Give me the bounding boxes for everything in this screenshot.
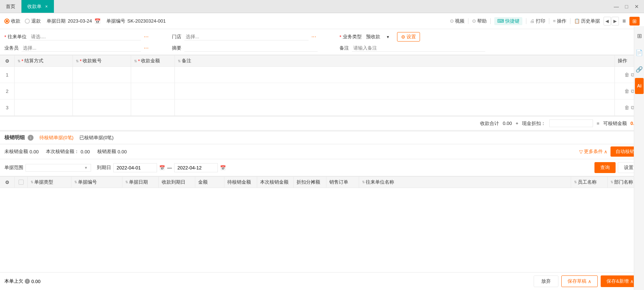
partner-more-icon[interactable]: ··· bbox=[142, 34, 150, 40]
video-action[interactable]: ⊙ 视频 bbox=[450, 18, 464, 24]
delete-icon-1[interactable]: 🗑 bbox=[624, 72, 629, 78]
staff-sort-icon: ⇅ bbox=[574, 180, 577, 184]
td-amount-3[interactable] bbox=[131, 99, 175, 115]
three-lines-icon[interactable]: ≡ bbox=[623, 18, 626, 24]
more-conditions-button[interactable]: ▽ 更多条件 ∧ bbox=[579, 148, 608, 155]
delete-icon-3[interactable]: 🗑 bbox=[624, 105, 629, 110]
remark-input[interactable] bbox=[352, 44, 485, 52]
range-dropdown[interactable]: ▼ bbox=[25, 164, 91, 172]
cal-from-icon[interactable]: 📅 bbox=[159, 165, 165, 171]
business-type-field: * 业务类型 预收款 ▼ ⚙ 设置 bbox=[339, 32, 456, 42]
note-sort-icon: ⇅ bbox=[178, 59, 181, 63]
shortcut-action[interactable]: ⌨ 快捷键 bbox=[494, 17, 522, 25]
orange-grid-icon[interactable]: ⊞ bbox=[629, 17, 640, 26]
done-tab[interactable]: 已核销单据(0笔) bbox=[79, 134, 114, 141]
sidebar-doc-icon[interactable]: 📄 bbox=[635, 44, 644, 60]
stat-right: ▽ 更多条件 ∧ 自动核销 bbox=[579, 146, 640, 157]
close-button[interactable]: ✕ bbox=[632, 2, 641, 11]
pending-tab[interactable]: 待核销单据(0笔) bbox=[39, 134, 74, 141]
delete-icon-2[interactable]: 🗑 bbox=[624, 88, 629, 94]
th-gear[interactable]: ⚙ bbox=[0, 55, 15, 66]
td-settle-2[interactable] bbox=[15, 83, 73, 99]
diff-label: 核销差额 bbox=[97, 148, 116, 155]
radio-refund[interactable]: 退款 bbox=[25, 18, 41, 24]
td-num-3: 3 bbox=[0, 99, 15, 115]
td-account-2[interactable] bbox=[73, 83, 131, 99]
tab-active[interactable]: 收款单 × bbox=[21, 0, 54, 13]
date-sort-icon: ⇅ bbox=[125, 180, 128, 184]
td-note-1[interactable] bbox=[175, 67, 615, 83]
sidebar-ai-icon[interactable]: Ai bbox=[635, 78, 644, 94]
date-to-input[interactable] bbox=[174, 163, 218, 172]
discount-label: 现金折扣： bbox=[522, 120, 546, 127]
bottom-label: 本单上欠 bbox=[4, 278, 23, 285]
eq-sign: = bbox=[597, 121, 600, 126]
td-account-1[interactable] bbox=[73, 67, 131, 83]
radio-income[interactable]: 收款 bbox=[4, 18, 20, 24]
writeoff-info-icon[interactable]: i bbox=[28, 135, 34, 141]
top-settings-button[interactable]: ⚙ 设置 bbox=[397, 32, 420, 42]
this-time-stat: 本次核销金额： 0.00 bbox=[46, 148, 90, 155]
draft-button[interactable]: 保存草稿 ∧ bbox=[561, 275, 598, 287]
bth-pending-text: 待核销金额 bbox=[227, 179, 251, 185]
history-action[interactable]: 📋 历史单据 bbox=[574, 18, 600, 24]
cal-to-icon[interactable]: 📅 bbox=[220, 165, 226, 171]
bth-amount: 金额 bbox=[195, 177, 224, 188]
sidebar-link-icon[interactable]: 🔗 bbox=[635, 61, 644, 77]
form-section: * 往来单位 ··· 门店 ··· * 业务类型 预收款 ▼ ⚙ 设置 bbox=[0, 29, 644, 55]
staff-label: 业务员 bbox=[4, 45, 20, 51]
calendar-icon[interactable]: 📅 bbox=[94, 18, 101, 24]
summary-row: 收款合计 0.00 + 现金折扣： = 可核销金额 0.00 bbox=[0, 116, 644, 130]
doc-num-label: 单据编号 bbox=[106, 18, 125, 24]
num-sort-icon: ⇅ bbox=[74, 180, 77, 184]
partner-sort-icon: ⇅ bbox=[362, 180, 365, 184]
td-settle-3[interactable] bbox=[15, 99, 73, 115]
due-label: 到期日 bbox=[97, 164, 111, 171]
bottom-info-icon[interactable]: i bbox=[25, 279, 30, 284]
business-dropdown-icon[interactable]: ▼ bbox=[386, 35, 390, 39]
abandon-button[interactable]: 放弃 bbox=[534, 275, 558, 287]
tab-home[interactable]: 首页 bbox=[0, 0, 21, 13]
print-action[interactable]: 🖨 打印 bbox=[530, 18, 545, 24]
shop-more-icon[interactable]: ··· bbox=[310, 34, 318, 40]
table-row: 1 🗑 ⧉ bbox=[0, 67, 644, 83]
help-action[interactable]: ⊙ 帮助 bbox=[472, 18, 487, 24]
staff-input[interactable] bbox=[21, 44, 141, 52]
staff-more-icon[interactable]: ··· bbox=[142, 45, 150, 51]
summary-input[interactable] bbox=[184, 44, 318, 52]
diff-value: 0.00 bbox=[118, 149, 127, 154]
bth-dept-text: 部门名称 bbox=[614, 179, 633, 185]
shop-input[interactable] bbox=[184, 33, 309, 40]
nav-left-button[interactable]: ◀ bbox=[604, 17, 611, 26]
radio-income-dot bbox=[4, 19, 9, 24]
maximize-button[interactable]: □ bbox=[622, 2, 631, 11]
minimize-button[interactable]: — bbox=[612, 2, 621, 11]
query-button[interactable]: 查询 bbox=[594, 162, 616, 173]
partner-input[interactable] bbox=[30, 33, 141, 40]
nav-right-button[interactable]: ▶ bbox=[612, 17, 619, 26]
bth-gear[interactable]: ⚙ bbox=[0, 177, 15, 188]
date-from-input[interactable] bbox=[113, 163, 157, 172]
td-amount-1[interactable] bbox=[131, 67, 175, 83]
td-settle-1[interactable] bbox=[15, 67, 73, 83]
tab-close-icon[interactable]: × bbox=[45, 4, 48, 9]
bth-check[interactable] bbox=[15, 177, 28, 188]
th-settle-text: 结算方式 bbox=[24, 58, 43, 64]
divider5 bbox=[570, 18, 570, 24]
td-note-2[interactable] bbox=[175, 83, 615, 99]
bth-order-text: 销售订单 bbox=[329, 179, 348, 185]
operation-label: 操作 bbox=[557, 18, 566, 24]
operation-action[interactable]: ≡ 操作 bbox=[553, 18, 566, 24]
td-amount-2[interactable] bbox=[131, 83, 175, 99]
sidebar-table-icon[interactable]: ⊞ bbox=[635, 28, 644, 44]
discount-input[interactable] bbox=[549, 119, 593, 127]
td-account-3[interactable] bbox=[73, 99, 131, 115]
video-label: 视频 bbox=[455, 18, 464, 24]
bth-order: 销售订单 bbox=[326, 177, 359, 188]
type-sort-icon: ⇅ bbox=[31, 180, 34, 184]
tab-home-label: 首页 bbox=[6, 3, 15, 10]
this-time-value: 0.00 bbox=[80, 149, 90, 154]
select-all-checkbox[interactable] bbox=[19, 180, 24, 185]
td-note-3[interactable] bbox=[175, 99, 615, 115]
row-num-2: 2 bbox=[6, 89, 8, 94]
